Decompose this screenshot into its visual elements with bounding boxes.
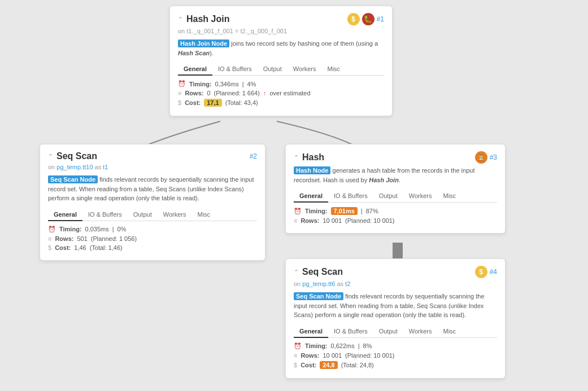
hash-join-rows-row: ≡ Rows: 0 (Planned: 1 664) ↑ over estima… [178, 90, 384, 96]
cost-icon-hj: $ [178, 99, 181, 106]
hash-join-italic: Hash Join [369, 177, 399, 183]
seq-scan-1-node-label: Seq Scan Node [48, 175, 98, 183]
tab-io-hj[interactable]: IO & Buffers [212, 63, 258, 76]
clock-badge: ⏳ [475, 151, 487, 164]
seq-scan-1-card: ⌃ Seq Scan #2 on pg_temp.tt10 as t1 Seq … [40, 144, 265, 261]
tab-output-hash[interactable]: Output [373, 190, 403, 203]
timing-value-ss1: 0,035ms [85, 226, 109, 232]
timing-pct-hj: 4% [247, 81, 256, 87]
collapse-icon-ss1[interactable]: ⌃ [48, 153, 53, 160]
rows-planned-hj: (Planned: 1 664) [214, 90, 260, 96]
seq-scan-1-subtitle: on pg_temp.tt10 as t1 [48, 164, 257, 170]
rows-planned-hash: (Planned: 10 001) [345, 217, 394, 224]
seq-scan-2-node-label: Seq Scan Node [294, 292, 343, 300]
timing-sep-ss2: | [358, 342, 360, 349]
collapse-icon[interactable]: ⌃ [178, 16, 183, 23]
hash-title: Hash [302, 152, 324, 162]
tab-io-ss1[interactable]: IO & Buffers [82, 209, 128, 221]
timing-sep-ss1: | [112, 226, 114, 232]
cost-total-hj: (Total: 43,4) [225, 99, 258, 106]
timing-label-ss1: Timing: [59, 226, 82, 232]
hash-join-desc-after: joins two record sets by hashing one of … [229, 40, 378, 47]
timing-label-hash: Timing: [305, 208, 328, 214]
tab-general-hash[interactable]: General [294, 190, 328, 203]
tab-workers-hj[interactable]: Workers [288, 63, 322, 76]
hash-node-label: Hash Node [294, 166, 330, 174]
rows-label-ss1: Rows: [55, 235, 73, 242]
ss1-table: pg_temp.tt10 [56, 164, 93, 170]
cost-value-ss2: 24,8 [320, 361, 337, 369]
timing-sep-hash: | [361, 208, 363, 214]
tab-output-ss2[interactable]: Output [373, 326, 403, 338]
hash-scan-term: Hash Scan [178, 50, 210, 56]
rows-label-ss2: Rows: [300, 352, 319, 359]
collapse-icon-hash[interactable]: ⌃ [294, 154, 299, 161]
timing-pct-ss1: 0% [117, 226, 127, 232]
hash-header: ⌃ Hash ⏳ #3 [294, 151, 497, 164]
ss2-as: as [335, 280, 345, 287]
rows-label-hj: Rows: [185, 90, 203, 96]
tab-workers-ss2[interactable]: Workers [403, 326, 438, 338]
timing-label-ss2: Timing: [305, 342, 328, 349]
hash-join-node-label: Hash Join Node [178, 39, 229, 47]
hash-title-left: ⌃ Hash [294, 152, 324, 162]
ss2-table: pg_temp.tt6 [302, 280, 335, 287]
seq-scan-2-card: ⌃ Seq Scan $ #4 on pg_temp.tt6 as t2 Seq… [285, 258, 506, 379]
timing-value-hj: 0,346ms [215, 81, 239, 87]
tab-io-ss2[interactable]: IO & Buffers [328, 326, 373, 338]
seq-scan-2-title-left: ⌃ Seq Scan [294, 267, 343, 277]
rows-planned-ss2: (Planned: 10 001) [345, 352, 394, 359]
seq-scan-2-cost-row: $ Cost: 24,8 (Total: 24,8) [294, 361, 497, 369]
subtitle-value: t1._q_001_f_001 = t2._q_000_f_001 [186, 28, 287, 34]
tab-general-ss1[interactable]: General [48, 209, 82, 221]
seq-scan-2-badges: $ #4 [475, 266, 497, 278]
timing-label-hj: Timing: [189, 81, 212, 87]
hash-card: ⌃ Hash ⏳ #3 Hash Node generates a hash t… [285, 144, 506, 234]
collapse-icon-ss2[interactable]: ⌃ [294, 269, 299, 276]
tab-misc-hj[interactable]: Misc [321, 63, 346, 76]
seq-scan-2-title: Seq Scan [302, 267, 343, 277]
seq-scan-1-title-left: ⌃ Seq Scan [48, 151, 97, 161]
seq-scan-1-cost-row: $ Cost: 1,46 (Total: 1,46) [48, 244, 257, 251]
rows-icon-ss1: ≡ [48, 235, 51, 242]
subtitle-prefix: on [178, 28, 186, 34]
hash-join-title-left: ⌃ Hash Join [178, 14, 229, 24]
tab-io-hash[interactable]: IO & Buffers [328, 190, 373, 203]
cost-label-hj: Cost: [185, 99, 201, 106]
tab-workers-ss1[interactable]: Workers [158, 209, 192, 221]
seq-scan-1-rows-row: ≡ Rows: 501 (Planned: 1 056) [48, 235, 257, 242]
hash-description: Hash Node generates a hash table from th… [294, 166, 497, 184]
hash-join-badges: $ 🐛 #1 [347, 13, 384, 25]
tab-general-hj[interactable]: General [178, 63, 212, 76]
rows-note-hj: over estimated [269, 90, 310, 96]
hash-number[interactable]: #3 [490, 153, 497, 161]
tab-workers-hash[interactable]: Workers [403, 190, 438, 203]
seq-scan-1-header: ⌃ Seq Scan #2 [48, 151, 257, 161]
rows-value-ss2: 10 001 [323, 352, 342, 359]
tab-output-hj[interactable]: Output [258, 63, 288, 76]
hash-join-number[interactable]: #1 [377, 15, 384, 23]
rows-icon-hj: ≡ [178, 90, 181, 96]
seq-scan-1-tabs: General IO & Buffers Output Workers Misc [48, 209, 257, 221]
ss1-as: as [93, 164, 103, 170]
seq-scan-2-rows-row: ≡ Rows: 10 001 (Planned: 10 001) [294, 352, 497, 359]
timing-icon-hash: ⏰ [294, 208, 302, 215]
tab-general-ss2[interactable]: General [294, 326, 328, 338]
rows-value-ss1: 501 [77, 235, 87, 242]
rows-value-hj: 0 [207, 90, 210, 96]
tab-output-ss1[interactable]: Output [128, 209, 158, 221]
timing-icon-hj: ⏰ [178, 80, 186, 87]
seq-scan-2-number[interactable]: #4 [490, 268, 497, 276]
rows-arrow-hj: ↑ [263, 90, 267, 96]
seq-scan-1-timing-row: ⏰ Timing: 0,035ms | 0% [48, 226, 257, 233]
ss2-prefix: on [294, 280, 302, 287]
seq-scan-1-number[interactable]: #2 [250, 152, 257, 160]
tab-misc-ss1[interactable]: Misc [191, 209, 216, 221]
hash-join-subtitle: on t1._q_001_f_001 = t2._q_000_f_001 [178, 28, 384, 34]
tab-misc-ss2[interactable]: Misc [437, 326, 461, 338]
tab-misc-hash[interactable]: Misc [437, 190, 461, 203]
timing-sep-hj: | [242, 81, 244, 87]
cost-label-ss2: Cost: [300, 362, 316, 368]
rows-planned-ss1: (Planned: 1 056) [91, 235, 137, 242]
hash-tabs: General IO & Buffers Output Workers Misc [294, 190, 497, 203]
